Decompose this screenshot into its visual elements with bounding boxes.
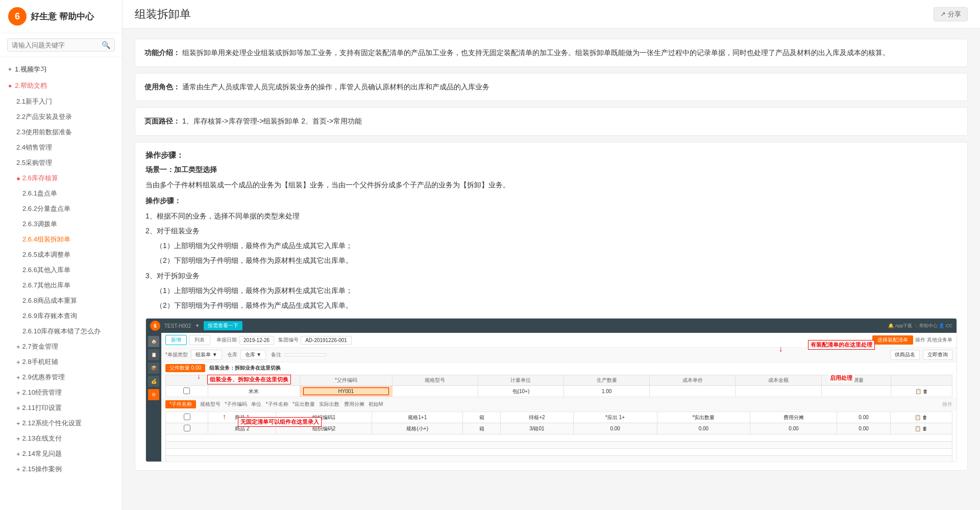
sidebar-item-sales[interactable]: 2.4销售管理 xyxy=(0,140,122,155)
plus-icon-case: + xyxy=(16,466,20,473)
arrow-1: ↑ xyxy=(779,345,783,354)
sidebar-item-other-in[interactable]: 2.6.6其他入库单 xyxy=(0,262,122,278)
sidebar-item-purchase[interactable]: 2.5采购管理 xyxy=(0,155,122,171)
sidebar-item-payment[interactable]: + 2.13在线支付 xyxy=(0,431,122,446)
fake-l-act1: *实出数量 xyxy=(657,412,750,423)
func-intro-block: 功能介绍： 组装拆卸单用来处理企业组装或拆卸等加工业务，支持有固定装配清单的产品… xyxy=(135,39,968,67)
screenshot-box: 6 TEST-H002 ▼ 按需查看一下 🔔 App下载 📞帮助中心 👤 CC … xyxy=(145,318,957,462)
path-label: 页面路径： xyxy=(144,117,180,125)
fake-left-sidebar: 🏠 📋 📦 💰 ⚙ xyxy=(146,333,161,462)
fake-empty-row5 xyxy=(166,449,952,456)
fake-lower-row6 xyxy=(166,456,952,462)
fake-l-spec2: 规格(小+) xyxy=(372,423,463,434)
sidebar-item-docs[interactable]: ● 2.帮助文档 xyxy=(0,78,122,94)
arrow-4: ↑ xyxy=(223,412,226,421)
sidebar-item-stock-ledger[interactable]: 2.6.9库存账本查询 xyxy=(0,308,122,324)
sidebar-item-partial-stocktake[interactable]: 2.6.2分量盘点单 xyxy=(0,201,122,216)
search-box[interactable]: 🔍 xyxy=(7,38,115,52)
fake-l-req2: 0.00 xyxy=(573,423,657,434)
sidebar-item-mobile[interactable]: + 2.8手机旺辅 xyxy=(0,354,122,370)
annotation-1: 有装配清单的在这里处理 xyxy=(808,340,875,350)
page-title: 组装拆卸单 xyxy=(135,7,191,22)
fake-cell-op1: 📋 🗑 xyxy=(891,386,952,397)
plus-icon-biz: + xyxy=(16,389,20,397)
plus-icon-coup: + xyxy=(16,374,20,381)
sidebar-item-cost-recalc[interactable]: 2.6.8商品成本重算 xyxy=(0,293,122,308)
fake-remark-input xyxy=(284,353,326,356)
fake-col-spec: 规格型号 xyxy=(392,375,478,386)
sidebar-item-stocktake[interactable]: 2.6.1盘点单 xyxy=(0,186,122,201)
fake-cell-spec1 xyxy=(392,386,478,397)
minus-icon: ● xyxy=(8,82,12,89)
sidebar-item-finance[interactable]: + 2.7资金管理 xyxy=(0,339,122,354)
fake-l-check2 xyxy=(166,423,208,434)
ops-steps-label: 操作步骤： xyxy=(145,197,957,206)
sidebar-item-other-out[interactable]: 2.6.7其他出库单 xyxy=(0,278,122,293)
share-button[interactable]: ↗ 分享 xyxy=(934,7,968,21)
fake-child-cols: 规格型号 *子件编码 单位 *子件名称 *应出数量 实际出数 费用分摊 初始M xyxy=(200,401,383,408)
search-icon[interactable]: 🔍 xyxy=(102,41,110,49)
search-input[interactable] xyxy=(12,41,102,49)
fake-cell-unit1: 包(10+) xyxy=(478,386,564,397)
path-text: 1、库存核算->库存管理->组装拆卸单 2、首页->常用功能 xyxy=(182,117,362,125)
fake-l-fee2: 0.00 xyxy=(750,423,837,434)
fake-empty-row6 xyxy=(166,456,952,462)
fake-l-op1: 📋 🗑 xyxy=(890,412,952,423)
step-2-sub1: （1）上部明细为父件明细，最终作为产成品生成其它入库单； xyxy=(156,239,957,252)
scenario1-title: 场景一：加工类型选择 xyxy=(145,165,957,175)
sidebar-item-install[interactable]: 2.2产品安装及登录 xyxy=(0,109,122,125)
sidebar-item-case[interactable]: + 2.15操作案例 xyxy=(0,462,122,477)
logo-icon: 6 xyxy=(8,7,27,26)
fake-l-name2: 3/箱01 xyxy=(501,423,574,434)
annotation-3: 启用处理 xyxy=(828,374,854,382)
nav-area: + 1.视频学习 ● 2.帮助文档 2.1新手入门 2.2产品安装及登录 2.3… xyxy=(0,57,122,510)
sidebar-item-inventory[interactable]: ● 2.6库存核算 xyxy=(0,171,122,186)
sidebar-item-cost-adjust[interactable]: 2.6.5成本调整单 xyxy=(0,247,122,262)
fake-company: TEST-H002 xyxy=(164,323,191,329)
fake-l-check1 xyxy=(166,412,208,423)
plus-icon-print: + xyxy=(16,404,20,412)
sidebar-item-assembly[interactable]: 2.6.4组装拆卸单 xyxy=(0,232,122,247)
sidebar-item-faq[interactable]: + 2.14常见问题 xyxy=(0,446,122,462)
fake-nav-store: ▼ xyxy=(195,323,200,328)
fake-cell-total1 xyxy=(736,386,821,397)
fake-type-row: *单据类型 组装单 ▼ 仓库 仓库 ▼ 备注 供商品名 立即查询 xyxy=(161,348,957,362)
fake-sidebar-icon4: 💰 xyxy=(148,376,159,387)
fake-parent-label: 父件数量 0.00 xyxy=(165,364,205,372)
sidebar-item-biz-mgmt[interactable]: + 2.10经营管理 xyxy=(0,385,122,400)
step-3-sub2: （2）下部明细为子件明细，最终作为产成品生成其它入库单。 xyxy=(156,299,957,312)
fake-col-count: 计量单位 xyxy=(478,375,564,386)
sidebar-item-newbie[interactable]: 2.1新手入门 xyxy=(0,94,122,109)
fake-screenshot: 6 TEST-H002 ▼ 按需查看一下 🔔 App下载 📞帮助中心 👤 CC … xyxy=(146,319,957,462)
sidebar-item-personalize[interactable]: + 2.12系统个性化设置 xyxy=(0,416,122,431)
fake-col-item: *父件编码 xyxy=(300,375,393,386)
fake-col-ops xyxy=(891,375,952,386)
sidebar-item-video[interactable]: + 1.视频学习 xyxy=(0,61,122,78)
fake-main-area: 新增 列表 单据日期 2019-12-26 集团编号 AD-20191226-0… xyxy=(161,333,957,462)
fake-ops-label: 操作 其他业务单 xyxy=(915,336,952,344)
fake-warehouse-select: 仓库 ▼ xyxy=(240,350,266,360)
fake-confirm-btn: 选择装配清单 xyxy=(872,335,913,345)
sidebar-item-data-prep[interactable]: 2.3使用前数据准备 xyxy=(0,125,122,140)
fake-cell-code1: HY001 xyxy=(300,386,393,397)
sidebar-item-ledger-fix[interactable]: 2.6.10库存账本错了怎么办 xyxy=(0,324,122,339)
fake-l-act2: 0.00 xyxy=(657,423,750,434)
fake-logo: 6 xyxy=(150,321,160,331)
logo-area: 6 好生意 帮助中心 xyxy=(0,0,122,33)
sidebar-item-transfer[interactable]: 2.6.3调拨单 xyxy=(0,216,122,232)
fake-l-op2: 📋 🗑 xyxy=(890,423,952,434)
fake-cell-cost1 xyxy=(650,386,736,397)
fake-lower-row4 xyxy=(166,442,952,449)
search-area: 🔍 xyxy=(0,33,122,57)
fake-type-select: 组装单 ▼ xyxy=(191,350,222,360)
step-2: 2、对于组装业务 xyxy=(145,225,957,237)
fake-l-init1: 0.00 xyxy=(837,412,890,423)
sidebar-item-coupon[interactable]: + 2.9优惠券管理 xyxy=(0,370,122,385)
role-text: 通常由生产人员或库管人员完成拆装业务的操作，库管人员确认原材料的出库和产成品的入… xyxy=(182,83,489,91)
fake-l-unit1: 箱 xyxy=(463,412,501,423)
sidebar-item-print[interactable]: + 2.11打印设置 xyxy=(0,400,122,416)
fake-lower-row5 xyxy=(166,449,952,456)
fake-app-topbar: 6 TEST-H002 ▼ 按需查看一下 🔔 App下载 📞帮助中心 👤 CC xyxy=(146,319,957,333)
fake-sidebar-icon3: 📦 xyxy=(148,362,159,374)
fake-l-fee1: 费用分摊 xyxy=(750,412,837,423)
